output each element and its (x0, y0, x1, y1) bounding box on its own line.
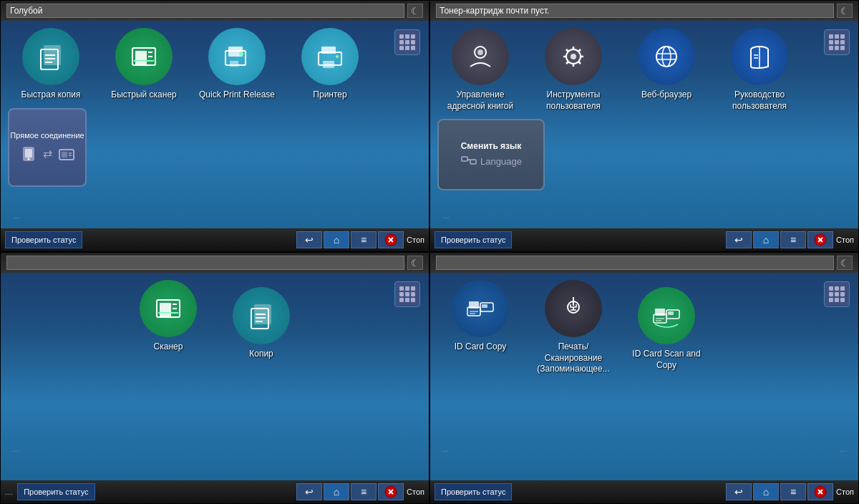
lang-icon (460, 154, 477, 168)
dot (835, 298, 839, 302)
manual-btn[interactable]: Руководство пользователя (717, 28, 802, 112)
change-lang-btn[interactable]: Сменить язык Language (437, 119, 545, 190)
top-input-br[interactable] (436, 256, 834, 270)
dot (835, 40, 839, 44)
stop-label-tl: Стоп (407, 236, 424, 244)
home-btn-bl[interactable]: ⌂ (324, 483, 349, 500)
dots-indicator-br: … (436, 444, 455, 455)
back-btn-bl[interactable]: ↩ (296, 483, 322, 500)
home-btn-br[interactable]: ⌂ (753, 483, 779, 500)
dots-indicator-br-r: … (834, 444, 853, 455)
phone-icon (19, 144, 39, 164)
menu-btn-tr[interactable]: ≡ (780, 231, 806, 248)
connect-arrow: ⇄ (43, 147, 52, 160)
svg-line-29 (578, 62, 581, 64)
idcard-copy-btn[interactable]: ID Card Copy (437, 280, 523, 375)
svg-point-23 (571, 54, 576, 59)
back-btn-tr[interactable]: ↩ (726, 231, 752, 248)
tools-btn[interactable]: Инструменты пользователя (530, 28, 616, 112)
menu-btn-tl[interactable]: ≡ (351, 231, 377, 248)
scanner-icon (140, 280, 197, 337)
dot (405, 40, 409, 44)
stop-icon-br[interactable] (807, 483, 833, 500)
grid-dots-tl (399, 34, 415, 50)
quick-copy-btn[interactable]: Быстрая копия (8, 28, 94, 101)
grid-btn-tr[interactable] (824, 29, 850, 55)
svg-line-30 (578, 49, 581, 52)
direct-connect-btn[interactable]: Прямое соединение ⇄ (8, 108, 87, 187)
browser-btn[interactable]: Веб-браузер (623, 28, 709, 112)
svg-rect-16 (62, 152, 67, 158)
idcard-copy-icon (452, 280, 509, 337)
scanner-btn[interactable]: Сканер (125, 280, 211, 360)
browser-svg (649, 39, 684, 74)
dot (829, 292, 833, 296)
dots-indicator-bl: … (6, 444, 25, 455)
moon-btn-tl[interactable]: ☾ (407, 4, 423, 18)
top-input-tl[interactable]: Голубой (6, 4, 404, 18)
svg-rect-39 (462, 157, 467, 161)
qpr-btn[interactable]: Quick Print Release (194, 28, 280, 101)
status-btn-bl[interactable]: Проверить статус (17, 483, 94, 500)
home-btn-tr[interactable]: ⌂ (753, 231, 779, 248)
stop-icon-tl[interactable] (378, 231, 404, 248)
status-btn-br[interactable]: Проверить статус (435, 483, 512, 500)
bottom-bar-tr: Проверить статус ↩ ⌂ ≡ Стоп (430, 228, 858, 251)
printer-svg (313, 39, 347, 74)
grid-btn-tl[interactable] (394, 29, 420, 55)
back-btn-tl[interactable]: ↩ (296, 231, 322, 248)
top-bar-tl: Голубой ☾ (1, 1, 429, 21)
grid-btn-bl[interactable] (394, 281, 420, 307)
moon-btn-tr[interactable]: ☾ (837, 4, 853, 18)
stop-icon-tr[interactable] (807, 231, 833, 248)
back-btn-br[interactable]: ↩ (726, 483, 752, 500)
browser-icon (638, 28, 695, 85)
panel-content-tr: Управление адресной книгой (430, 21, 858, 228)
dot (835, 46, 839, 50)
status-btn-tr[interactable]: Проверить статус (435, 231, 512, 248)
svg-line-28 (566, 49, 568, 52)
idcard-scan-label: ID Card Scan and Copy (623, 349, 709, 371)
menu-btn-bl[interactable]: ≡ (351, 483, 377, 500)
top-input-tr[interactable]: Тонер-картридж почти пуст. (436, 4, 834, 18)
idcard-scan-btn[interactable]: ID Card Scan and Copy (623, 287, 709, 375)
top-input-bl[interactable] (6, 256, 404, 270)
qpr-label: Quick Print Release (199, 89, 275, 101)
idcard-svg (463, 291, 498, 326)
quick-scanner-btn[interactable]: Быстрый сканер (101, 28, 187, 101)
dot (829, 40, 833, 44)
dot (411, 40, 415, 44)
printer-label: Принтер (313, 89, 346, 101)
grid-btn-br[interactable] (824, 281, 850, 307)
svg-rect-60 (668, 311, 674, 315)
moon-btn-br[interactable]: ☾ (837, 256, 853, 270)
dot (399, 34, 404, 39)
moon-btn-bl[interactable]: ☾ (407, 256, 423, 270)
home-btn-tl[interactable]: ⌂ (324, 231, 349, 248)
idcard-copy-label: ID Card Copy (455, 341, 507, 353)
manual-label: Руководство пользователя (717, 89, 802, 112)
svg-point-33 (662, 47, 671, 67)
tools-label: Инструменты пользователя (530, 89, 616, 112)
copy-svg (34, 39, 68, 74)
dot (840, 292, 845, 296)
grid-dots-br (829, 286, 845, 302)
icon-grid-tl: Быстрая копия Быстрый сканер (8, 28, 422, 210)
copier-btn[interactable]: Копир (218, 287, 304, 360)
top-bar-tr: Тонер-картридж почти пуст. ☾ (430, 1, 858, 21)
dot (399, 286, 404, 291)
status-btn-tl[interactable]: Проверить статус (5, 231, 82, 248)
stop-icon-bl[interactable] (378, 483, 404, 500)
usb-print-label: Печать/Сканирование (Запоминающее... (530, 341, 616, 375)
copier-icon (233, 287, 290, 344)
svg-rect-6 (230, 61, 238, 67)
menu-btn-br[interactable]: ≡ (780, 483, 806, 500)
printer-btn[interactable]: Принтер (287, 28, 373, 101)
bottom-bar-br: Проверить статус ↩ ⌂ ≡ Стоп (430, 480, 858, 503)
panel-content-tl: Быстрая копия Быстрый сканер (1, 21, 429, 228)
svg-rect-45 (160, 303, 171, 317)
dot (411, 298, 415, 302)
usb-print-btn[interactable]: Печать/Сканирование (Запоминающее... (530, 280, 616, 375)
device-icon (57, 144, 77, 164)
addressbook-btn[interactable]: Управление адресной книгой (437, 28, 523, 112)
